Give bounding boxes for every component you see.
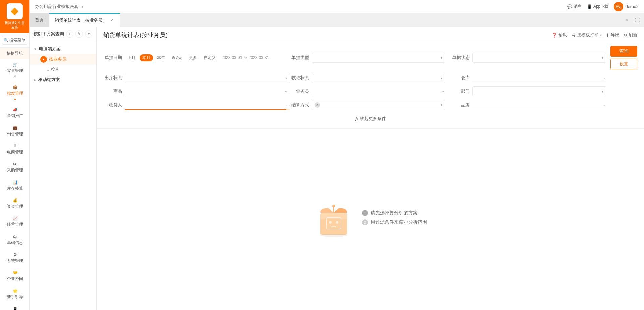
scheme-group-mobile-header[interactable]: ▶ 移动端方案 — [30, 74, 96, 85]
this-month-btn[interactable]: 本月 — [140, 54, 153, 61]
sidebar-item-label: 基础信息 — [7, 240, 23, 246]
empty-step-1: 1 请先选择要分析的方案 — [362, 210, 427, 216]
sidebar-item-basic[interactable]: 🗂 基础信息 — [0, 231, 29, 249]
basic-icon: 🗂 — [13, 234, 17, 239]
out-status-label: 出库状态 — [103, 75, 122, 81]
doc-status-group: 单据状态 ▾ — [451, 53, 606, 63]
search-menu-button[interactable]: 🔍 搜索菜单 — [2, 36, 27, 45]
sidebar-item-label: 电商管理 — [7, 149, 23, 155]
sidebar-item-newbie[interactable]: 🌟 新手引导 — [0, 285, 29, 303]
dept-group: 部门 ▾ — [451, 86, 606, 96]
sidebar-item-enterprise[interactable]: 🤝 企业协同 — [0, 267, 29, 285]
settings-button[interactable]: 设置 — [610, 59, 637, 69]
quick-nav-button[interactable]: 快捷导航 — [0, 48, 29, 59]
collection-status-chevron: ▾ — [441, 76, 442, 80]
help-button[interactable]: ❓ 帮助 — [552, 32, 567, 38]
filter-row-2: 出库状态 ▾ 收款状态 ▾ 仓库 — [103, 73, 637, 83]
scheme-group-pc-label: 电脑端方案 — [39, 46, 61, 52]
sidebar-item-appstore[interactable]: 📱 应用中心 — [0, 303, 29, 310]
main-content: 销货单统计表(按业务员) ❓ 帮助 🖨 按模板打印 ▾ ⬇ 导出 — [97, 27, 644, 310]
custom-btn[interactable]: 自定义 — [201, 54, 218, 61]
warehouse-input[interactable]: ··· — [472, 73, 606, 83]
wholesale-icon: 📦 — [13, 85, 18, 90]
mobile-icon: 📱 — [587, 4, 592, 9]
collapse-more-button[interactable]: ⋀ 收起更多条件 — [103, 113, 637, 124]
last-month-btn[interactable]: 上月 — [125, 54, 138, 61]
svg-point-7 — [320, 234, 347, 237]
scheme-collapse-button[interactable]: « — [85, 30, 92, 38]
app-download-button[interactable]: 📱 App下载 — [587, 4, 608, 9]
sidebar-item-operation[interactable]: 📈 经营管理 — [0, 213, 29, 231]
sidebar-item-system[interactable]: ⚙ 系统管理 — [0, 249, 29, 267]
chevron-up-icon: ▲ — [14, 97, 17, 101]
doc-type-group: 单据类型 ▾ — [290, 53, 446, 63]
topbar-right: 💬 消息 📱 App下载 Ea demo2 — [567, 2, 639, 11]
warehouse-group: 仓库 ··· — [451, 73, 606, 83]
expand-icon-mobile: ▶ — [34, 78, 36, 82]
goods-input[interactable]: ··· — [125, 86, 290, 96]
template-print-button[interactable]: 🖨 按模板打印 ▾ — [571, 32, 602, 38]
tab-sales-stat[interactable]: 销货单统计表（按业务员） ✕ — [49, 13, 120, 27]
receiver-input-container[interactable]: ··· — [125, 100, 290, 110]
scheme-add-button[interactable]: + — [66, 30, 73, 38]
query-button[interactable]: 查询 — [610, 46, 637, 57]
sidebar-item-label: 新手引导 — [7, 294, 23, 300]
scheme-tree: ▼ 电脑端方案 ● 按业务员 ≡ 按单 ▶ 移动端方案 — [30, 41, 96, 310]
brand-input[interactable]: ··· — [472, 100, 606, 110]
sidebar-item-finance[interactable]: 💰 资金管理 — [0, 195, 29, 213]
message-button[interactable]: 💬 消息 — [567, 4, 582, 9]
out-status-select[interactable]: ▾ — [125, 73, 290, 83]
staff-input[interactable]: ··· — [312, 86, 446, 96]
refresh-label: 刷新 — [629, 32, 637, 38]
sidebar-item-marketing[interactable]: 📣 营销推广 — [0, 104, 29, 122]
scheme-group-pc-header[interactable]: ▼ 电脑端方案 — [30, 44, 96, 54]
help-label: 帮助 — [558, 32, 567, 38]
this-year-btn[interactable]: 本年 — [154, 54, 168, 61]
settlement-tag-close[interactable]: ✕ — [315, 102, 320, 108]
export-button[interactable]: ⬇ 导出 — [606, 32, 620, 38]
sidebar-item-zero-retail[interactable]: 🛒 零售管理 ▼ — [0, 59, 29, 82]
sidebar-item-wholesale[interactable]: 📦 批发管理 ▲ — [0, 82, 29, 104]
sidebar-item-ecommerce[interactable]: 🖥 电商管理 — [0, 140, 29, 158]
dept-chevron: ▾ — [602, 90, 603, 93]
scheme-item-by-staff[interactable]: ● 按业务员 — [30, 54, 96, 65]
dept-select[interactable]: ▾ — [472, 86, 606, 96]
tab-close-button[interactable]: ✕ — [109, 18, 114, 23]
sidebar-item-label: 资金管理 — [7, 204, 23, 209]
logo-text: 畅捷通好生意 标版 — [5, 21, 25, 30]
receiver-input[interactable] — [125, 100, 286, 110]
filter-row-3: 商品 ··· 业务员 ··· 部门 — [103, 86, 637, 96]
doc-status-select[interactable]: ▾ — [472, 53, 606, 63]
sidebar-item-sales[interactable]: 💼 销售管理 — [0, 122, 29, 140]
window-expand-button[interactable]: ⛶ — [633, 16, 641, 24]
window-close-button[interactable]: ✕ — [623, 16, 631, 24]
doc-type-select[interactable]: ▾ — [312, 53, 446, 63]
settlement-select[interactable]: ✕ ▾ — [312, 100, 446, 110]
scheme-item-by-order[interactable]: ≡ 按单 — [30, 65, 96, 74]
sidebar-item-purchase[interactable]: 🛍 采购管理 — [0, 158, 29, 176]
settlement-group: 结算方式 ✕ ▾ — [290, 100, 446, 110]
goods-group: 商品 ··· — [103, 86, 290, 96]
appstore-icon: 📱 — [13, 307, 18, 310]
collection-status-select[interactable]: ▾ — [312, 73, 446, 83]
message-label: 消息 — [574, 4, 582, 9]
template-print-label: 按模板打印 — [577, 32, 599, 38]
tab-home[interactable]: 首页 — [30, 13, 49, 27]
order-icon: ≡ — [47, 68, 49, 72]
app-title-dropdown-icon[interactable]: ▾ — [81, 4, 84, 9]
quick-nav-label: 快捷导航 — [7, 51, 23, 56]
scheme-panel-header: 按以下方案查询 + ✎ « — [30, 27, 96, 41]
sidebar-item-inventory[interactable]: 📊 库存核算 — [0, 176, 29, 195]
last-7-days-btn[interactable]: 近7天 — [169, 54, 185, 61]
scheme-group-mobile-label: 移动端方案 — [38, 76, 60, 83]
app-title: 办公用品行业模拟账套 — [35, 4, 78, 10]
inventory-icon: 📊 — [13, 180, 18, 185]
scheme-panel-title: 按以下方案查询 — [34, 31, 64, 37]
more-btn[interactable]: 更多 — [186, 54, 200, 61]
sidebar-item-label: 企业协同 — [7, 276, 23, 282]
refresh-button[interactable]: ↺ 刷新 — [624, 32, 637, 38]
user-info[interactable]: Ea demo2 — [614, 2, 639, 11]
scheme-edit-button[interactable]: ✎ — [75, 30, 83, 38]
brand-group: 品牌 ··· — [451, 100, 606, 110]
content-area: 按以下方案查询 + ✎ « ▼ 电脑端方案 ● 按业务员 — [30, 27, 644, 310]
